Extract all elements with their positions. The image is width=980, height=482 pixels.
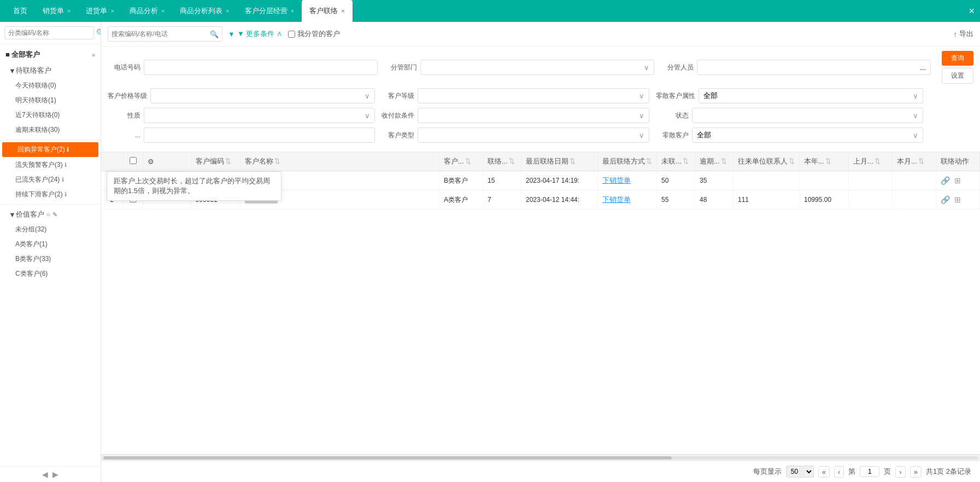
sort-liaison-icon[interactable]: ⇅: [789, 157, 795, 165]
cell-thismonth-1: [893, 190, 936, 210]
sort-code-icon[interactable]: ⇅: [225, 157, 231, 165]
close-customer-contact-icon[interactable]: ×: [341, 0, 344, 22]
action-grid-icon-1[interactable]: ⊞: [954, 195, 961, 204]
pending-contact-title[interactable]: ▼ 待联络客户: [0, 63, 101, 78]
filter-status-select[interactable]: ∨: [692, 108, 923, 123]
close-all-tabs-button[interactable]: ×: [969, 5, 975, 17]
collapse-sidebar-icon[interactable]: »: [92, 51, 95, 58]
sidebar-item-churn-warning[interactable]: 流失预警客户(3) ℹ: [0, 158, 101, 172]
value-customer-group-title[interactable]: ▼ 价值客户 ○ ✎: [0, 207, 101, 222]
col-header-check: [123, 152, 143, 171]
cell-contact-1: 7: [483, 190, 521, 210]
close-product-analysis-icon[interactable]: ×: [161, 0, 165, 22]
action-grid-icon-0[interactable]: ⊞: [954, 176, 961, 185]
first-page-button[interactable]: «: [818, 466, 830, 478]
settings-button[interactable]: 设置: [942, 68, 973, 84]
sort-type-icon[interactable]: ⇅: [465, 157, 471, 165]
sidebar-item-tomorrow[interactable]: 明天待联络(1): [0, 93, 101, 108]
value-edit-icon[interactable]: ✎: [52, 211, 57, 218]
sidebar-search-input[interactable]: [4, 26, 94, 39]
filter-person-dots: ...: [920, 63, 926, 72]
sort-contact-icon[interactable]: ⇅: [509, 157, 515, 165]
sidebar-scroll-left-icon[interactable]: ◀: [42, 470, 48, 479]
prev-page-button[interactable]: ‹: [834, 466, 844, 478]
nav-customer-contact[interactable]: 客户联络 ×: [302, 0, 352, 22]
action-link-icon-1[interactable]: 🔗: [941, 195, 950, 204]
close-customer-tier-icon[interactable]: ×: [291, 0, 294, 22]
filter-nature-select[interactable]: ∨: [144, 108, 375, 123]
per-page-select[interactable]: 50 20 100: [786, 466, 814, 478]
close-purchase-order-icon[interactable]: ×: [110, 0, 114, 22]
sort-name-icon[interactable]: ⇅: [274, 157, 280, 165]
filter-customer-tier-select[interactable]: ∨: [418, 88, 649, 103]
table-settings-icon[interactable]: ⚙: [148, 158, 154, 166]
sidebar-search-icon[interactable]: 🔍: [96, 28, 101, 37]
scrollbar-thumb[interactable]: [103, 456, 672, 460]
col-header-num: [101, 152, 123, 171]
close-sales-order-icon[interactable]: ×: [67, 0, 71, 22]
sort-lastmonth-icon[interactable]: ⇅: [875, 157, 881, 165]
filter-extra-input[interactable]: [144, 127, 375, 143]
filter-customer-type-select[interactable]: ∨: [418, 127, 649, 143]
sidebar-item-classC[interactable]: C类客户(6): [0, 266, 101, 281]
search-input[interactable]: [112, 30, 210, 38]
horizontal-scrollbar[interactable]: [101, 454, 980, 461]
filter-price-tier-select[interactable]: ∨: [150, 88, 375, 103]
filter-retail-customer-select[interactable]: 全部 ∨: [692, 127, 923, 143]
sidebar-item-7days[interactable]: 近7天待联络(0): [0, 108, 101, 123]
sidebar-item-classB[interactable]: B类客户(33): [0, 252, 101, 266]
action-link-icon-0[interactable]: 🔗: [941, 176, 950, 185]
filter-phone-input[interactable]: [144, 60, 378, 75]
sidebar-item-classA[interactable]: A类客户(1): [0, 237, 101, 252]
filter-customer-type: 客户类型 ∨: [382, 127, 649, 143]
my-customers-check[interactable]: [288, 31, 295, 38]
filter-dept-select[interactable]: ∨: [420, 60, 654, 75]
query-button[interactable]: 查询: [942, 51, 973, 66]
filter-payment-select[interactable]: ∨: [418, 108, 649, 123]
select-all-checkbox[interactable]: [130, 157, 137, 164]
sort-method-icon[interactable]: ⇅: [646, 157, 652, 165]
all-customers-title[interactable]: ■ 全部客户 »: [0, 47, 101, 63]
next-page-button[interactable]: ›: [895, 466, 905, 478]
cell-overdue-1: 48: [695, 190, 733, 210]
filter-retail-attr-select[interactable]: 全部 ∨: [699, 88, 923, 103]
sort-overdue-icon[interactable]: ⇅: [721, 157, 727, 165]
col-header-settings[interactable]: ⚙: [143, 152, 191, 171]
sort-thisyear-icon[interactable]: ⇅: [825, 157, 831, 165]
cell-method-1[interactable]: 下销货单: [598, 190, 657, 210]
sort-uncontact-icon[interactable]: ⇅: [683, 157, 689, 165]
col-header-type: 客户...⇅: [439, 152, 483, 171]
sidebar-item-today[interactable]: 今天待联络(0): [0, 78, 101, 93]
nav-product-analysis-list[interactable]: 商品分析列表 ×: [172, 0, 237, 22]
close-product-analysis-list-icon[interactable]: ×: [226, 0, 229, 22]
sidebar-scroll-right-icon[interactable]: ▶: [52, 470, 58, 479]
page-number-input[interactable]: [860, 466, 879, 477]
nav-customer-tier[interactable]: 客户分层经营 ×: [237, 0, 302, 22]
method-link-1[interactable]: 下销货单: [602, 195, 631, 204]
filter-customer-type-arrow-icon: ∨: [639, 131, 644, 140]
filter-payment: 收付款条件 ∨: [382, 108, 649, 123]
last-page-button[interactable]: »: [910, 466, 922, 478]
filter-more-button[interactable]: ▼ ▼ 更多条件 ∧: [228, 29, 283, 39]
sidebar-item-overdue[interactable]: 逾期未联络(30): [0, 123, 101, 137]
sort-thismonth-icon[interactable]: ⇅: [918, 157, 924, 165]
toolbar-search-icon[interactable]: 🔍: [210, 30, 219, 38]
cell-method-0[interactable]: 下销货单: [598, 171, 657, 190]
export-button[interactable]: ↑ 导出: [954, 29, 974, 39]
value-add-icon[interactable]: ○: [46, 211, 50, 218]
my-customers-checkbox[interactable]: 我分管的客户: [288, 29, 340, 39]
tooltip-box: 距客户上次交易时长，超过了此客户的平均交易周期的1.5倍，则视为异常。: [107, 171, 281, 201]
method-link-0[interactable]: 下销货单: [602, 176, 631, 184]
nav-sales-order[interactable]: 销货单 ×: [35, 0, 78, 22]
nav-purchase-order[interactable]: 进货单 ×: [78, 0, 121, 22]
nav-home[interactable]: 首页: [5, 0, 35, 22]
filter-nature: 性质 ∨: [108, 108, 375, 123]
nav-product-analysis[interactable]: 商品分析 ×: [122, 0, 172, 22]
sort-date-icon[interactable]: ⇅: [570, 157, 576, 165]
filter-person-input[interactable]: ...: [697, 60, 931, 75]
sidebar-item-declining[interactable]: 持续下滑客户(2) ℹ: [0, 187, 101, 202]
sidebar-item-repurchase-abnormal[interactable]: 回购异常客户(2) ℹ: [2, 142, 98, 157]
sidebar-item-churned[interactable]: 已流失客户(24) ℹ: [0, 172, 101, 187]
filter-payment-label: 收付款条件: [382, 111, 414, 120]
sidebar-item-ungrouped[interactable]: 未分组(32): [0, 222, 101, 237]
